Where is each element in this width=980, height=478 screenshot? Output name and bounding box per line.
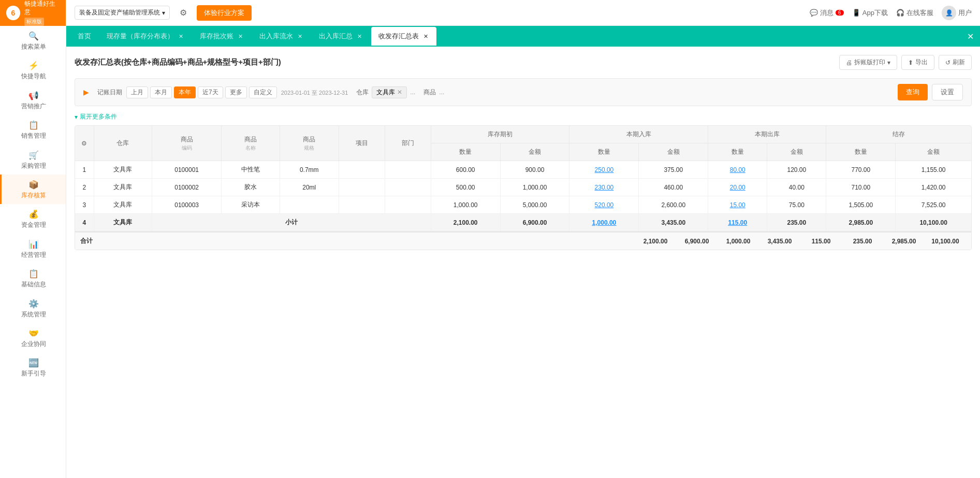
print-btn[interactable]: 🖨 拆账版打印 ▾ xyxy=(839,55,897,70)
sidebar-icon-guide: 🆕 xyxy=(28,358,39,368)
tab-close-inout-flow[interactable]: ✕ xyxy=(296,33,303,40)
topbar-right: 💬 消息 6 📱 App下载 🎧 在线客服 👤 用户 xyxy=(810,6,972,20)
sidebar-item-purchase[interactable]: 🛒采购管理 xyxy=(0,145,66,175)
tab-inout-summary[interactable]: 出入库汇总✕ xyxy=(312,27,370,46)
cell-project xyxy=(339,179,385,196)
sidebar-icon-finance: 💰 xyxy=(28,209,39,219)
table-row: 3 文具库 0100003 采访本 1,000.00 5,000.00 520.… xyxy=(75,196,971,214)
warehouse-label: 仓库 xyxy=(356,88,369,97)
main-area: 装备及固定资产辅助管理系统 ▾ ⚙ 体验行业方案 💬 消息 6 📱 App下载 … xyxy=(66,0,980,478)
logo-icon: 6 xyxy=(6,6,20,20)
column-settings-icon[interactable]: ⚙ xyxy=(81,140,87,147)
tab-close-stock-dist[interactable]: ✕ xyxy=(177,33,184,40)
cell-out-amt: 75.00 xyxy=(767,196,826,214)
sidebar-item-basic[interactable]: 📋基础信息 xyxy=(0,264,66,293)
product-more[interactable]: ... xyxy=(439,89,444,96)
cell-in-qty[interactable]: 520.00 xyxy=(569,196,639,214)
date-btn-last-month[interactable]: 上月 xyxy=(126,86,148,98)
tab-close-receive-summary[interactable]: ✕ xyxy=(422,33,429,40)
date-btn-more[interactable]: 更多 xyxy=(225,86,247,98)
subtotal-no: 4 xyxy=(75,214,94,231)
cell-opening-amt: 900.00 xyxy=(500,161,569,179)
experience-btn[interactable]: 体验行业方案 xyxy=(197,5,252,21)
export-btn[interactable]: ⬆ 导出 xyxy=(901,55,934,70)
cell-in-amt: 2,600.00 xyxy=(639,196,708,214)
subtotal-out-amt: 235.00 xyxy=(767,214,826,231)
app-download-item[interactable]: 📱 App下载 xyxy=(852,8,888,18)
tab-home[interactable]: 首页 xyxy=(70,27,98,46)
tab-close-batch-ledger[interactable]: ✕ xyxy=(237,33,244,40)
subtotal-opening-amt: 6,900.00 xyxy=(500,214,569,231)
message-item[interactable]: 💬 消息 6 xyxy=(810,8,844,18)
tabbar-close-icon[interactable]: ✕ xyxy=(965,30,976,44)
query-btn[interactable]: 查询 xyxy=(898,84,928,100)
date-btn-this-month[interactable]: 本月 xyxy=(150,86,172,98)
tab-receive-summary[interactable]: 收发存汇总表✕ xyxy=(371,27,436,46)
data-table-wrap: ⚙ 仓库 商品编码 商品名称 商品规格 项目 部门 库存期初 本期入库 本期出库… xyxy=(75,125,972,250)
tab-inout-flow[interactable]: 出入库流水✕ xyxy=(252,27,311,46)
expand-conditions[interactable]: ▾ 展开更多条件 xyxy=(75,112,972,121)
cell-project xyxy=(339,196,385,214)
user-item[interactable]: 👤 用户 xyxy=(942,6,972,20)
logo-text: 畅捷通好生意 xyxy=(24,0,60,16)
sidebar-item-inventory[interactable]: 📦库存核算 xyxy=(0,175,66,204)
sidebar-item-guide[interactable]: 🆕新手引导 xyxy=(0,353,66,382)
sidebar-item-cooperation[interactable]: 🤝企业协同 xyxy=(0,323,66,353)
sidebar-label-sales: 销售管理 xyxy=(21,132,46,139)
sidebar-icon-operations: 📊 xyxy=(28,239,39,249)
cell-product-name: 中性笔 xyxy=(222,161,280,179)
warehouse-value: 文具库 xyxy=(376,88,395,97)
subtotal-in-qty[interactable]: 1,000.00 xyxy=(569,214,639,231)
total-out-amt: 235.00 xyxy=(842,238,883,245)
total-balance-amt: 10,100.00 xyxy=(925,238,966,245)
date-btn-this-year[interactable]: 本年 xyxy=(174,86,196,98)
sidebar-icon-cooperation: 🤝 xyxy=(28,328,39,338)
warehouse-tag[interactable]: 文具库 ✕ xyxy=(372,86,407,98)
cell-product-name: 胶水 xyxy=(222,179,280,196)
th-opening-amt: 金额 xyxy=(500,143,569,161)
total-out-qty: 115.00 xyxy=(800,238,842,245)
refresh-btn[interactable]: ↺ 刷新 xyxy=(939,55,972,70)
cell-out-qty[interactable]: 15.00 xyxy=(708,196,767,214)
filter-toggle-icon[interactable]: ▶ xyxy=(83,88,89,96)
sidebar-label-purchase: 采购管理 xyxy=(21,162,46,169)
sidebar-item-finance[interactable]: 💰资金管理 xyxy=(0,204,66,234)
cell-in-qty[interactable]: 250.00 xyxy=(569,161,639,179)
sidebar-item-search[interactable]: 🔍搜索菜单 xyxy=(0,26,66,55)
settings-btn[interactable]: 设置 xyxy=(932,84,963,100)
sidebar-item-quick[interactable]: ⚡快捷导航 xyxy=(0,55,66,85)
tabbar: 首页现存量（库存分布表）✕库存批次账✕出入库流水✕出入库汇总✕收发存汇总表✕✕ xyxy=(66,26,980,47)
th-settings[interactable]: ⚙ xyxy=(75,126,94,161)
tab-close-inout-summary[interactable]: ✕ xyxy=(356,33,363,40)
data-table: ⚙ 仓库 商品编码 商品名称 商品规格 项目 部门 库存期初 本期入库 本期出库… xyxy=(75,126,971,231)
th-product-code: 商品编码 xyxy=(152,126,222,161)
subtotal-out-qty[interactable]: 115.00 xyxy=(708,214,767,231)
cell-no: 2 xyxy=(75,179,94,196)
cell-opening-amt: 5,000.00 xyxy=(500,196,569,214)
sidebar-label-inventory: 库存核算 xyxy=(21,192,46,199)
settings-icon[interactable]: ⚙ xyxy=(176,6,191,20)
sidebar-item-sales[interactable]: 📋销售管理 xyxy=(0,115,66,144)
warehouse-more[interactable]: ... xyxy=(410,89,415,96)
cell-balance-amt: 1,420.00 xyxy=(896,179,971,196)
system-selector[interactable]: 装备及固定资产辅助管理系统 ▾ xyxy=(75,6,170,20)
cell-out-qty[interactable]: 80.00 xyxy=(708,161,767,179)
warehouse-remove-icon[interactable]: ✕ xyxy=(397,89,402,96)
th-department: 部门 xyxy=(385,126,431,161)
sidebar-item-operations[interactable]: 📊经营管理 xyxy=(0,234,66,264)
online-service-item[interactable]: 🎧 在线客服 xyxy=(896,8,933,18)
cell-out-qty[interactable]: 20.00 xyxy=(708,179,767,196)
sidebar-item-marketing[interactable]: 📢营销推广 xyxy=(0,85,66,115)
date-filter-group: 记账日期 上月 本月 本年 近7天 更多 自定义 2023-01-01 至 20… xyxy=(97,86,348,98)
logo-tag: 标准版 xyxy=(24,18,44,26)
tab-batch-ledger[interactable]: 库存批次账✕ xyxy=(193,27,251,46)
sidebar-item-system[interactable]: ⚙️系统管理 xyxy=(0,294,66,323)
tab-stock-dist[interactable]: 现存量（库存分布表）✕ xyxy=(99,27,192,46)
avatar: 👤 xyxy=(942,6,956,20)
sidebar-icon-search: 🔍 xyxy=(28,31,39,41)
date-btn-7days[interactable]: 近7天 xyxy=(198,86,223,98)
th-product-spec: 商品规格 xyxy=(280,126,339,161)
date-btn-custom[interactable]: 自定义 xyxy=(249,86,277,98)
headset-icon: 🎧 xyxy=(896,9,904,17)
cell-in-qty[interactable]: 230.00 xyxy=(569,179,639,196)
